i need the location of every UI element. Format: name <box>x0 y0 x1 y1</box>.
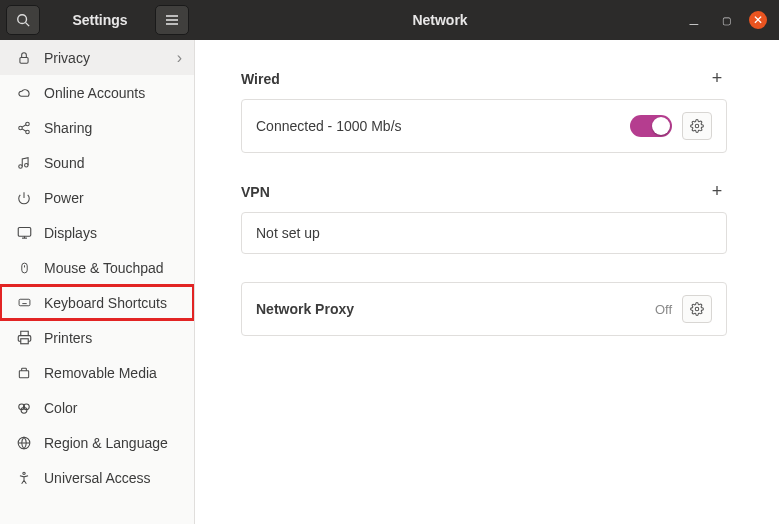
sidebar-item-label: Keyboard Shortcuts <box>44 295 182 311</box>
share-icon <box>16 121 32 135</box>
sidebar-item-label: Sound <box>44 155 182 171</box>
chevron-right-icon: › <box>177 49 182 67</box>
sidebar-item-privacy[interactable]: Privacy› <box>0 40 194 75</box>
vpn-card: Not set up <box>241 212 727 254</box>
sidebar-item-label: Displays <box>44 225 182 241</box>
svg-point-34 <box>695 307 699 311</box>
sidebar-item-online-accounts[interactable]: Online Accounts <box>0 75 194 110</box>
wired-status: Connected - 1000 Mb/s <box>256 118 630 134</box>
minimize-button[interactable]: _ <box>685 11 703 29</box>
svg-point-33 <box>695 124 699 128</box>
display-icon <box>16 225 32 240</box>
proxy-title: Network Proxy <box>256 301 655 317</box>
wired-card: Connected - 1000 Mb/s <box>241 99 727 153</box>
wired-row[interactable]: Connected - 1000 Mb/s <box>242 100 726 152</box>
svg-point-32 <box>23 472 25 474</box>
svg-point-8 <box>26 130 30 134</box>
titlebar-right: Network _ ▢ ✕ <box>195 11 779 29</box>
sidebar-item-label: Mouse & Touchpad <box>44 260 182 276</box>
sidebar-item-removable-media[interactable]: Removable Media <box>0 355 194 390</box>
titlebar: Settings Network _ ▢ ✕ <box>0 0 779 40</box>
lock-icon <box>16 51 32 65</box>
sidebar-item-sound[interactable]: Sound <box>0 145 194 180</box>
sidebar-item-mouse-touchpad[interactable]: Mouse & Touchpad <box>0 250 194 285</box>
sidebar-item-label: Power <box>44 190 182 206</box>
close-icon: ✕ <box>753 13 763 27</box>
proxy-settings-button[interactable] <box>682 295 712 323</box>
sidebar-item-region-language[interactable]: Region & Language <box>0 425 194 460</box>
minimize-icon: _ <box>690 8 698 25</box>
proxy-status: Off <box>655 302 672 317</box>
sidebar-item-color[interactable]: Color <box>0 390 194 425</box>
svg-rect-26 <box>19 370 28 377</box>
globe-icon <box>16 436 32 450</box>
sidebar-item-label: Universal Access <box>44 470 182 486</box>
keyboard-icon <box>16 296 32 309</box>
power-icon <box>16 191 32 205</box>
cloud-icon <box>16 85 32 100</box>
svg-line-10 <box>22 128 26 130</box>
wired-title: Wired <box>241 71 280 87</box>
proxy-card: Network Proxy Off <box>241 282 727 336</box>
plus-icon: + <box>712 68 723 88</box>
accessibility-icon <box>16 471 32 485</box>
hamburger-icon <box>165 14 179 26</box>
sidebar[interactable]: Privacy›Online AccountsSharingSoundPower… <box>0 40 195 524</box>
sidebar-item-label: Sharing <box>44 120 182 136</box>
vpn-title: VPN <box>241 184 270 200</box>
search-button[interactable] <box>6 5 40 35</box>
sidebar-item-label: Region & Language <box>44 435 182 451</box>
mouse-icon <box>16 261 32 275</box>
svg-line-1 <box>26 23 30 27</box>
media-icon <box>16 366 32 380</box>
color-icon <box>16 401 32 415</box>
window-controls: _ ▢ ✕ <box>685 11 779 29</box>
svg-rect-5 <box>20 57 28 63</box>
svg-point-12 <box>25 163 28 167</box>
gear-icon <box>690 119 704 133</box>
content-panel: Wired + Connected - 1000 Mb/s VPN + Not … <box>195 40 779 524</box>
wired-section-header: Wired + <box>241 68 727 89</box>
svg-rect-14 <box>18 228 31 237</box>
plus-icon: + <box>712 181 723 201</box>
sidebar-item-keyboard-shortcuts[interactable]: Keyboard Shortcuts <box>0 285 194 320</box>
maximize-icon: ▢ <box>722 15 731 26</box>
sidebar-item-label: Removable Media <box>44 365 182 381</box>
gear-icon <box>690 302 704 316</box>
svg-point-11 <box>19 164 23 168</box>
page-title: Network <box>195 12 685 28</box>
printer-icon <box>16 330 32 345</box>
svg-line-9 <box>22 124 26 126</box>
proxy-row[interactable]: Network Proxy Off <box>242 283 726 335</box>
svg-rect-17 <box>21 263 26 273</box>
sidebar-item-label: Privacy <box>44 50 165 66</box>
svg-rect-25 <box>20 339 28 344</box>
svg-point-7 <box>19 126 23 130</box>
vpn-section-header: VPN + <box>241 181 727 202</box>
close-button[interactable]: ✕ <box>749 11 767 29</box>
maximize-button[interactable]: ▢ <box>717 11 735 29</box>
svg-point-0 <box>18 15 27 24</box>
titlebar-left: Settings <box>0 5 195 35</box>
svg-rect-19 <box>19 299 30 306</box>
sidebar-item-printers[interactable]: Printers <box>0 320 194 355</box>
wired-toggle[interactable] <box>630 115 672 137</box>
wired-settings-button[interactable] <box>682 112 712 140</box>
add-wired-button[interactable]: + <box>707 68 727 89</box>
body: Privacy›Online AccountsSharingSoundPower… <box>0 40 779 524</box>
search-icon <box>16 13 30 27</box>
sidebar-item-label: Online Accounts <box>44 85 182 101</box>
sidebar-item-power[interactable]: Power <box>0 180 194 215</box>
vpn-row[interactable]: Not set up <box>242 213 726 253</box>
sidebar-item-label: Printers <box>44 330 182 346</box>
sidebar-item-displays[interactable]: Displays <box>0 215 194 250</box>
sidebar-item-universal-access[interactable]: Universal Access <box>0 460 194 495</box>
app-title: Settings <box>45 12 155 28</box>
vpn-status: Not set up <box>256 225 712 241</box>
svg-point-6 <box>26 122 30 126</box>
sidebar-item-sharing[interactable]: Sharing <box>0 110 194 145</box>
menu-button[interactable] <box>155 5 189 35</box>
sidebar-item-label: Color <box>44 400 182 416</box>
music-icon <box>16 156 32 170</box>
add-vpn-button[interactable]: + <box>707 181 727 202</box>
